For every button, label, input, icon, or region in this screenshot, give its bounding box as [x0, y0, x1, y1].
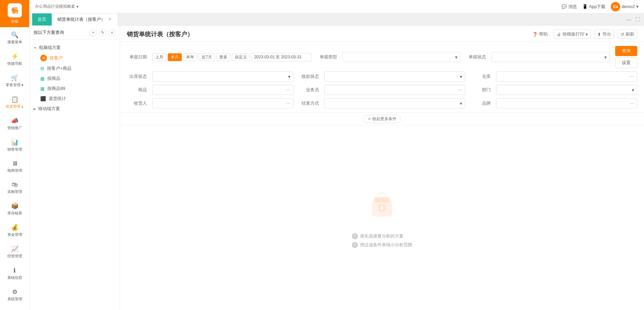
edit-scheme-button[interactable]: ✎ — [99, 29, 106, 36]
salesperson-select[interactable]: ··· — [324, 85, 466, 95]
brand-label: 品牌 — [471, 100, 491, 106]
sidebar-item-purchase[interactable]: 🛍 采购管理 — [0, 177, 29, 198]
product99-scheme-icon: ▦ — [40, 86, 45, 91]
warehouse-select[interactable]: ··· — [496, 71, 637, 82]
sidebar-item-wholesale[interactable]: 📋 批发管理 ▴ — [0, 92, 29, 113]
settlement-arrow: ▾ — [460, 101, 462, 106]
warehouse-dots[interactable]: ··· — [630, 73, 634, 80]
topbar: 办公用品行业模拟账套 ▾ 💬 消息 📱 App下载 Ea demo2 ▾ — [30, 0, 644, 13]
sidebar-item-marketing[interactable]: 📣 营销推广 — [0, 113, 29, 135]
tree-item-product99[interactable]: ▦ 按商品99 — [30, 84, 120, 94]
purchase-nav-label: 采购管理 — [7, 189, 22, 194]
receiver-dots[interactable]: ··· — [286, 100, 290, 106]
tree-item-return-stat[interactable]: ⬛ 退货统计 — [30, 94, 120, 104]
refresh-button[interactable]: ↺ 刷新 — [618, 30, 637, 39]
sidebar-item-shortcut[interactable]: ⚡ 快捷导航 — [0, 49, 29, 70]
inventory-nav-icon: 📦 — [11, 202, 18, 210]
shortcut-nav-label: 快捷导航 — [7, 61, 22, 66]
settlement-select[interactable]: ▾ — [324, 98, 466, 108]
out-status-select[interactable]: ▾ — [152, 71, 293, 82]
filter-row-2: 出库状态 ▾ 收款状态 ▾ 仓库 ··· — [127, 71, 637, 82]
print-button[interactable]: 🖨 按模板打印 ▾ — [554, 30, 591, 39]
query-button[interactable]: 查询 — [615, 46, 637, 56]
print-label: 按模板打印 — [562, 31, 584, 37]
app-name-text: 办公用品行业模拟账套 — [35, 4, 75, 9]
receiver-label: 收货人 — [127, 100, 147, 106]
sidebar-item-inventory[interactable]: 📦 库存核算 — [0, 198, 29, 220]
logo-icon: 畅 — [8, 3, 22, 17]
sidebar-item-collab[interactable]: 🤝 企业协同 — [0, 306, 29, 310]
salesperson-dots[interactable]: ··· — [458, 87, 462, 93]
setting-button[interactable]: 设置 — [615, 57, 637, 68]
user-area[interactable]: Ea demo2 ▾ — [611, 2, 639, 11]
tree-item-customer-product[interactable]: ⊞ 按客户+商品 — [30, 63, 120, 73]
svg-rect-1 — [375, 197, 389, 202]
settlement-label: 结算方式 — [299, 100, 319, 106]
out-status-arrow: ▾ — [288, 74, 290, 79]
product-dots[interactable]: ··· — [286, 87, 290, 93]
tab-home[interactable]: 首页 — [32, 13, 52, 25]
date-last-7days[interactable]: 近7天 — [199, 53, 215, 61]
department-select[interactable]: ▾ — [496, 85, 637, 95]
sidebar-item-base[interactable]: ℹ 基础信息 — [0, 263, 29, 284]
brand-select[interactable]: ··· — [496, 98, 637, 108]
message-button[interactable]: 💬 消息 — [561, 4, 577, 10]
date-custom[interactable]: 自定义 — [232, 53, 250, 61]
collapse-more-button[interactable]: ∧ 收起更多条件 — [363, 115, 400, 123]
topbar-left: 办公用品行业模拟账套 ▾ — [35, 4, 78, 9]
tab-home-label: 首页 — [38, 16, 46, 22]
tree-mobile-group[interactable]: ▶ 移动端方案 — [30, 104, 120, 114]
left-panel-title: 按以下方案查询 — [34, 30, 64, 36]
tab-maximize-button[interactable]: ⛶ — [634, 15, 641, 23]
app-name-dropdown[interactable]: 办公用品行业模拟账套 ▾ — [35, 4, 78, 9]
sidebar-item-management[interactable]: 📈 经营管理 — [0, 241, 29, 263]
sidebar-item-finance[interactable]: 💰 资金管理 — [0, 220, 29, 241]
left-panel: 按以下方案查询 + ✎ « ▼ 电脑端方案 按 按客户 ⊞ 按客户 — [30, 25, 120, 310]
left-panel-header: 按以下方案查询 + ✎ « — [30, 25, 120, 40]
filter-row-1: 单据日期 上月 本月 本年 近7天 更多 自定义 2023-03-01 至 20… — [127, 46, 637, 68]
page-body: 按以下方案查询 + ✎ « ▼ 电脑端方案 按 按客户 ⊞ 按客户 — [30, 25, 644, 310]
return-stat-icon: ⬛ — [40, 96, 46, 101]
tip-text-1: 请先选择要分析的方案 — [360, 233, 404, 239]
date-last-month[interactable]: 上月 — [152, 53, 166, 61]
empty-state-icon — [365, 188, 399, 228]
tab-report-close[interactable]: ✕ — [107, 17, 112, 22]
product-select[interactable]: ··· — [152, 85, 293, 95]
user-name: demo2 — [622, 4, 635, 9]
action-buttons: 查询 设置 — [615, 46, 637, 68]
order-status-arrow: ▾ — [604, 55, 607, 60]
tab-minimize-button[interactable]: — — [625, 15, 633, 23]
message-label: 消息 — [568, 4, 577, 10]
payment-status-select[interactable]: ▾ — [324, 71, 466, 82]
logo-area[interactable]: 畅 标版 — [0, 0, 29, 27]
order-type-select[interactable]: ▾ — [342, 52, 461, 62]
management-nav-label: 经营管理 — [7, 254, 22, 259]
date-this-year[interactable]: 本年 — [183, 53, 197, 61]
sidebar-item-retail[interactable]: 🛒 零售管理 ▾ — [0, 70, 29, 92]
app-download-button[interactable]: 📱 App下载 — [582, 4, 605, 10]
sales-nav-icon: 📊 — [11, 139, 18, 146]
system-nav-icon: ⚙ — [12, 288, 17, 296]
add-scheme-button[interactable]: + — [90, 29, 97, 36]
sidebar-item-sales[interactable]: 📊 销售管理 — [0, 135, 29, 156]
empty-state: ① 请先选择要分析的方案 ② 用过滤条件来缩小分析范围 — [120, 125, 644, 310]
collapse-panel-button[interactable]: « — [108, 29, 116, 36]
date-more[interactable]: 更多 — [216, 53, 230, 61]
brand-dots[interactable]: ··· — [630, 100, 634, 106]
warehouse-label: 仓库 — [471, 73, 491, 80]
receiver-select[interactable]: ··· — [152, 98, 293, 108]
export-button[interactable]: ⬆ 导出 — [594, 30, 614, 39]
help-button[interactable]: ❓ 帮助 — [530, 30, 550, 39]
tree-item-by-product[interactable]: ▦ 按商品 — [30, 73, 120, 84]
order-status-select[interactable]: ▾ — [491, 52, 610, 62]
tree-item-by-customer[interactable]: 按 按客户 — [30, 53, 120, 63]
sidebar-item-search[interactable]: 🔍 搜索菜单 — [0, 27, 29, 49]
date-range-display[interactable]: 2023-03-01 至 2023-03-31 — [251, 53, 312, 61]
product-label: 商品 — [127, 87, 147, 93]
date-this-month[interactable]: 本月 — [168, 53, 182, 61]
tab-report[interactable]: 销货单统计表（按客户） ✕ — [52, 13, 118, 25]
tree-desktop-group[interactable]: ▼ 电脑端方案 — [30, 43, 120, 53]
sidebar-item-ecommerce[interactable]: 🖥 电商管理 — [0, 156, 29, 177]
sidebar-item-system[interactable]: ⚙ 系统管理 — [0, 284, 29, 306]
order-type-label: 单据类型 — [317, 54, 337, 60]
